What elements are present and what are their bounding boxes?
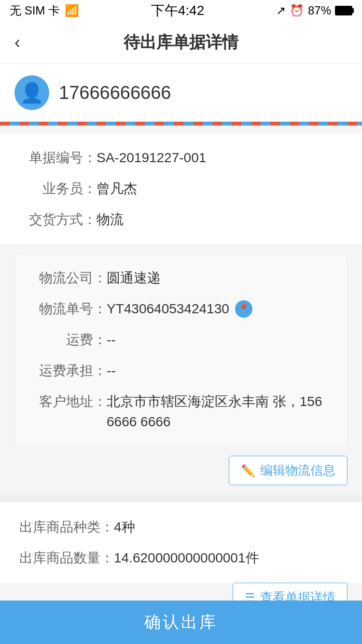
outstock-quantity-row: 出库商品数量： 14.620000000000001件: [19, 548, 343, 568]
avatar-icon: 👤: [20, 82, 44, 104]
wifi-icon: 📶: [65, 4, 79, 17]
user-row: 👤 17666666666: [0, 64, 362, 122]
document-no-row: 单据编号： SA-20191227-001: [19, 148, 343, 168]
dashed-divider: [0, 122, 362, 126]
document-no-value: SA-20191227-001: [97, 148, 343, 168]
document-no-label: 单据编号：: [19, 148, 97, 168]
battery-label: 87%: [308, 4, 331, 17]
outstock-quantity-value: 14.620000000000001件: [114, 548, 343, 568]
freight-bear-label: 运费承担：: [29, 361, 107, 381]
basic-info-section: 单据编号： SA-20191227-001 业务员： 曾凡杰 交货方式： 物流: [0, 133, 362, 244]
confirm-outstock-label: 确认出库: [144, 611, 218, 633]
outstock-type-label: 出库商品种类：: [19, 517, 114, 537]
tracking-location-icon[interactable]: 📍: [235, 300, 252, 318]
freight-bear-row: 运费承担： --: [29, 361, 333, 381]
page-title: 待出库单据详情: [124, 31, 238, 54]
freight-row: 运费： --: [29, 330, 333, 350]
outstock-quantity-label: 出库商品数量：: [19, 548, 114, 568]
user-phone: 17666666666: [59, 83, 171, 103]
status-time: 下午4:42: [151, 1, 205, 20]
delivery-method-label: 交货方式：: [19, 210, 97, 230]
logistics-tracking-row: 物流单号： YT43064053424130 📍: [29, 299, 333, 319]
address-row: 客户地址： 北京市市辖区海淀区永丰南 张，156 6666 6666: [29, 392, 333, 432]
gray-divider-1: [0, 495, 362, 503]
logistics-company-row: 物流公司： 圆通速递: [29, 268, 333, 288]
delivery-method-value: 物流: [97, 210, 343, 230]
status-bar: 无 SIM 卡 📶 下午4:42 ↗ ⏰ 87%: [0, 0, 362, 21]
avatar: 👤: [14, 75, 49, 110]
carrier-label: 无 SIM 卡: [10, 3, 60, 18]
logistics-card: 物流公司： 圆通速递 物流单号： YT43064053424130 📍 运费： …: [14, 254, 348, 446]
location-status-icon: ↗: [276, 4, 286, 17]
edit-icon: ✏️: [241, 464, 255, 477]
freight-label: 运费：: [29, 330, 107, 350]
status-right: ↗ ⏰ 87%: [276, 4, 352, 17]
logistics-tracking-value: YT43064053424130 📍: [107, 299, 333, 319]
address-label: 客户地址：: [29, 392, 107, 412]
freight-value: --: [107, 330, 333, 350]
battery-icon: [335, 6, 352, 15]
edit-logistics-label: 编辑物流信息: [260, 462, 335, 479]
back-button[interactable]: ‹: [14, 32, 20, 53]
outstock-section: 出库商品种类： 4种 出库商品数量： 14.620000000000001件: [0, 503, 362, 583]
salesman-value: 曾凡杰: [97, 179, 343, 199]
freight-bear-value: --: [107, 361, 333, 381]
logistics-company-label: 物流公司：: [29, 268, 107, 288]
edit-logistics-button[interactable]: ✏️ 编辑物流信息: [229, 456, 348, 485]
confirm-outstock-button[interactable]: 确认出库: [0, 601, 362, 644]
alarm-icon: ⏰: [290, 4, 304, 17]
outstock-type-value: 4种: [114, 517, 343, 537]
salesman-label: 业务员：: [19, 179, 97, 199]
salesman-row: 业务员： 曾凡杰: [19, 179, 343, 199]
logistics-tracking-label: 物流单号：: [29, 299, 107, 319]
nav-bar: ‹ 待出库单据详情: [0, 21, 362, 64]
edit-btn-row: ✏️ 编辑物流信息: [0, 456, 362, 495]
delivery-method-row: 交货方式： 物流: [19, 210, 343, 230]
status-left: 无 SIM 卡 📶: [10, 3, 79, 18]
logistics-company-value: 圆通速递: [107, 268, 333, 288]
outstock-type-row: 出库商品种类： 4种: [19, 517, 343, 537]
address-value: 北京市市辖区海淀区永丰南 张，156 6666 6666: [107, 392, 333, 432]
